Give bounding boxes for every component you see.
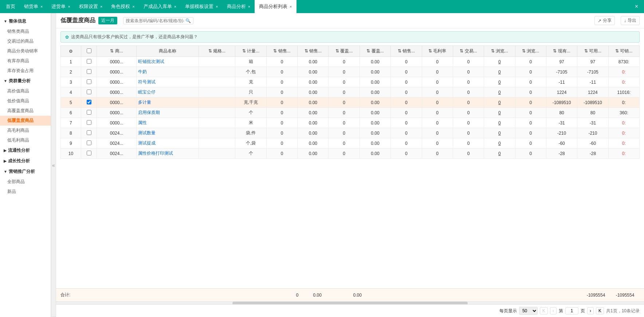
- page-number-input[interactable]: [565, 307, 578, 314]
- row-checkbox[interactable]: [87, 90, 91, 94]
- row-checkbox[interactable]: [87, 130, 91, 135]
- prev-first-button[interactable]: K: [540, 307, 548, 314]
- sidebar-group-overall[interactable]: ▼ 整体信息: [0, 16, 51, 27]
- th-trade-qty[interactable]: ⇅ 交易...: [453, 46, 484, 57]
- horizontal-scrollbar[interactable]: [56, 301, 644, 304]
- cell-browse-link[interactable]: 0: [484, 77, 515, 87]
- select-all-checkbox[interactable]: [87, 48, 91, 53]
- th-cover-qty[interactable]: ⇅ 覆盖...: [329, 46, 360, 57]
- th-gross-rate[interactable]: ⇅ 毛利率: [422, 46, 453, 57]
- th-sales-days[interactable]: ⇅ 销售...: [391, 46, 422, 57]
- nav-goods-close[interactable]: ×: [248, 4, 250, 9]
- th-sales-qty[interactable]: ⇅ 销售...: [266, 46, 297, 57]
- th-saleable[interactable]: ⇅ 可销...: [608, 46, 639, 57]
- th-spec[interactable]: ⇅ 规格...: [199, 46, 235, 57]
- cell-name[interactable]: 启用保质期: [136, 108, 199, 118]
- th-name[interactable]: 商品名称: [136, 46, 199, 57]
- next-last-button[interactable]: K: [596, 307, 604, 314]
- nav-template-close[interactable]: ×: [216, 4, 218, 9]
- sidebar-item-stock-capital[interactable]: 库存资金占用: [0, 66, 51, 76]
- cell-name[interactable]: 符号测试: [136, 77, 199, 87]
- settings-icon[interactable]: ⚙: [69, 49, 73, 54]
- prev-button[interactable]: ‹: [550, 307, 557, 314]
- th-cover-rate[interactable]: ⇅ 覆盖...: [360, 46, 390, 57]
- sidebar-group-liquidity[interactable]: ▶ 流通性分析: [0, 145, 51, 156]
- row-checkbox[interactable]: [87, 69, 91, 74]
- nav-purchase-order[interactable]: 进货单 ×: [47, 0, 74, 13]
- next-button[interactable]: ›: [587, 307, 594, 314]
- th-code[interactable]: ⇅ 商...: [97, 46, 137, 57]
- cell-browse-link[interactable]: 0: [484, 108, 515, 118]
- nav-home[interactable]: 首页: [1, 0, 20, 13]
- th-browse-num[interactable]: ⇅ 浏览...: [515, 46, 546, 57]
- cell-browse-link[interactable]: 0: [484, 98, 515, 108]
- sidebar-item-high-margin[interactable]: 高毛利商品: [0, 126, 51, 135]
- row-checkbox[interactable]: [87, 151, 91, 155]
- search-input[interactable]: [126, 18, 184, 23]
- sidebar-item-sales-goods[interactable]: 销售类商品: [0, 27, 51, 36]
- cell-browse-link[interactable]: 0: [484, 148, 515, 159]
- cell-name[interactable]: 属性价格打印测试: [136, 148, 199, 159]
- cell-browse-link[interactable]: 0: [484, 138, 515, 148]
- cell-name[interactable]: 测试提成: [136, 138, 199, 148]
- browse-link[interactable]: 0: [498, 151, 501, 156]
- sidebar-group-growth[interactable]: ▶ 成长性分析: [0, 156, 51, 166]
- cell-browse-link[interactable]: 0: [484, 87, 515, 98]
- th-stock[interactable]: ⇅ 现有...: [546, 46, 577, 57]
- nav-permission[interactable]: 权限设置 ×: [75, 0, 107, 13]
- cell-browse-link[interactable]: 0: [484, 67, 515, 77]
- sidebar-item-traded-goods[interactable]: 交易过的商品: [0, 36, 51, 46]
- cell-browse-link[interactable]: 0: [484, 118, 515, 128]
- sidebar-item-low-value[interactable]: 低价值商品: [0, 96, 51, 106]
- sidebar-group-marketing[interactable]: ▼ 营销推广分析: [0, 166, 51, 177]
- row-checkbox[interactable]: [87, 120, 91, 125]
- browse-link[interactable]: 0: [498, 90, 501, 95]
- browse-link[interactable]: 0: [498, 120, 501, 126]
- sidebar-item-low-margin[interactable]: 低毛利商品: [0, 135, 51, 145]
- nav-template-settings[interactable]: 单据模板设置 ×: [181, 0, 222, 13]
- sidebar-item-high-value[interactable]: 高价值商品: [0, 86, 51, 96]
- th-available[interactable]: ⇅ 可用...: [577, 46, 608, 57]
- nav-goods-analysis-list[interactable]: 商品分析列表 ×: [255, 0, 296, 13]
- sidebar-item-low-coverage[interactable]: 低覆盖度商品: [0, 116, 51, 126]
- th-unit[interactable]: ⇅ 计量...: [235, 46, 266, 57]
- sidebar-item-all-goods[interactable]: 全部商品: [0, 177, 51, 187]
- cell-name[interactable]: 多计量: [136, 98, 199, 108]
- cell-name[interactable]: 旺铺批次测试: [136, 57, 199, 67]
- nav-purchase-close[interactable]: ×: [68, 4, 70, 9]
- cell-name[interactable]: 眠宝公仔: [136, 87, 199, 98]
- row-checkbox[interactable]: [87, 100, 91, 104]
- row-checkbox[interactable]: [87, 59, 91, 64]
- nav-goods-analysis[interactable]: 商品分析 ×: [223, 0, 255, 13]
- row-checkbox[interactable]: [87, 110, 91, 115]
- cell-name[interactable]: 测试数量: [136, 128, 199, 138]
- sidebar-item-high-coverage[interactable]: 高覆盖度商品: [0, 106, 51, 116]
- search-icon[interactable]: 🔍: [185, 18, 191, 23]
- browse-link[interactable]: 0: [498, 59, 501, 64]
- browse-link[interactable]: 0: [498, 110, 501, 115]
- nav-role-close[interactable]: ×: [132, 4, 134, 9]
- cell-browse-link[interactable]: 0: [484, 128, 515, 138]
- sidebar-item-category-rate[interactable]: 商品分类动销率: [0, 46, 51, 56]
- th-browse-link[interactable]: ⇅ 浏览...: [484, 46, 515, 57]
- row-checkbox[interactable]: [87, 79, 91, 84]
- nav-sales-close[interactable]: ×: [40, 4, 43, 9]
- browse-link[interactable]: 0: [498, 80, 501, 85]
- browse-link[interactable]: 0: [498, 141, 501, 146]
- nav-role-auth[interactable]: 角色授权 ×: [107, 0, 139, 13]
- cell-name[interactable]: 属性: [136, 118, 199, 128]
- browse-link[interactable]: 0: [498, 70, 501, 75]
- page-size-select[interactable]: 50 20 100: [519, 307, 538, 315]
- nav-sales-order[interactable]: 销货单 ×: [20, 0, 47, 13]
- row-checkbox[interactable]: [87, 140, 91, 145]
- browse-link[interactable]: 0: [498, 100, 501, 105]
- time-filter-button[interactable]: 近一月: [98, 17, 117, 24]
- share-button[interactable]: ↗ 分享: [594, 16, 615, 25]
- sidebar-item-in-stock[interactable]: 有库存商品: [0, 56, 51, 66]
- nav-product-inbound[interactable]: 产成品入库单 ×: [139, 0, 181, 13]
- sidebar-collapse-button[interactable]: «: [51, 13, 56, 317]
- cell-browse-link[interactable]: 0: [484, 57, 515, 67]
- sidebar-group-cluster[interactable]: ▼ 类群量分析: [0, 76, 51, 86]
- nav-product-close[interactable]: ×: [174, 4, 176, 9]
- th-sales-amt[interactable]: ⇅ 销售...: [298, 46, 329, 57]
